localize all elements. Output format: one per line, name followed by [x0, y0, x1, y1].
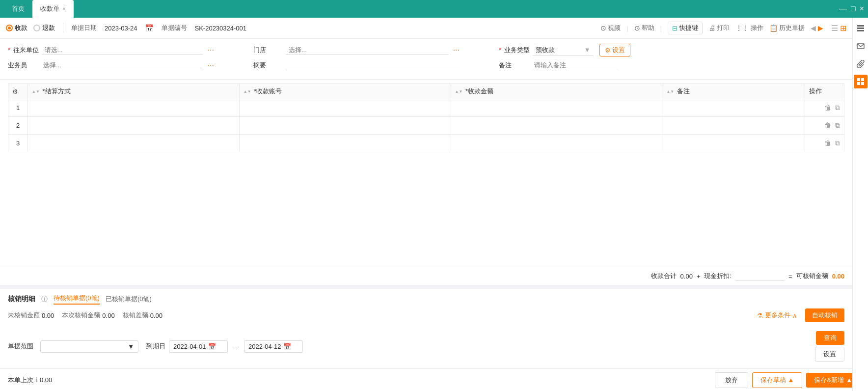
shortcut-label: 快捷键 [679, 24, 698, 32]
cell-note-3[interactable] [662, 135, 805, 152]
due-date-to-input[interactable]: 2022-04-12 📅 [244, 340, 303, 353]
col-note: ▲▼ 备注 [662, 84, 805, 99]
video-btn[interactable]: ⊙ 视频 [600, 24, 621, 32]
discount-label: 现金折扣: [704, 272, 732, 280]
business-type-label: * 业务类型 [499, 46, 530, 55]
copy-row-3-btn[interactable]: ⧉ [835, 139, 840, 147]
help-btn[interactable]: ⊙ 帮助 [634, 24, 654, 32]
history-btn[interactable]: 📋 历史单据 [769, 24, 805, 32]
col-settings[interactable]: ⚙ [8, 84, 28, 99]
svg-rect-0 [857, 25, 864, 27]
cell-account-1[interactable] [239, 99, 451, 117]
store-input[interactable] [286, 45, 448, 55]
sidebar-attach-icon[interactable] [854, 57, 868, 71]
due-date-from-input[interactable]: 2022-04-01 📅 [169, 340, 228, 353]
cell-actions-1: 🗑 ⧉ [805, 99, 844, 117]
notes-input[interactable] [531, 60, 620, 70]
window-minimize-btn[interactable]: — [839, 4, 847, 13]
window-close-btn[interactable]: × [860, 4, 864, 13]
save-draft-label: 保存草稿 [760, 376, 786, 385]
reconcile-info-icon[interactable]: ⓘ [41, 295, 48, 304]
done-tab[interactable]: 已核销单据(0笔) [106, 295, 152, 304]
pending-tab[interactable]: 待核销单据(0笔) [54, 294, 100, 305]
copy-row-1-btn[interactable]: ⧉ [835, 104, 840, 112]
list-view-icon[interactable]: ☰ [831, 24, 838, 33]
view-icons: ☰ ⊞ [829, 24, 846, 33]
query-btn[interactable]: 查询 [816, 331, 844, 345]
reconcile-title: 核销明细 [8, 295, 35, 304]
cell-pay-method-2[interactable] [28, 117, 240, 135]
more-conditions-btn[interactable]: ⚗ 更多条件 ∧ [757, 311, 797, 320]
delete-row-3-btn[interactable]: 🗑 [824, 139, 831, 147]
cell-pay-method-3[interactable] [28, 135, 240, 152]
cell-account-2[interactable] [239, 117, 451, 135]
cell-amount-3[interactable] [451, 135, 662, 152]
calendar-from-icon: 📅 [208, 343, 216, 350]
cell-pay-method-1[interactable] [28, 99, 240, 117]
uncleared-value: 0.00 [42, 312, 54, 319]
uncleared-stat: 未核销金额 0.00 [8, 311, 54, 320]
sidebar-expand-icon[interactable] [854, 75, 868, 88]
more-conditions-arrow: ∧ [792, 312, 797, 319]
cell-amount-1[interactable] [451, 99, 662, 117]
current-value: 0.00 [102, 312, 114, 319]
sidebar-table-icon[interactable] [854, 22, 868, 35]
tab-bar: 首页 收款单 × — □ × [0, 0, 868, 18]
copy-row-2-btn[interactable]: ⧉ [835, 121, 840, 129]
sidebar-email-icon[interactable] [854, 39, 868, 53]
save-draft-btn[interactable]: 保存草稿 ▲ [752, 372, 803, 388]
cell-note-2[interactable] [662, 117, 805, 135]
date-separator: — [233, 343, 239, 350]
delete-row-2-btn[interactable]: 🗑 [824, 121, 831, 129]
more-conditions-label: 更多条件 [765, 311, 790, 320]
discount-input[interactable] [735, 271, 785, 281]
print-btn[interactable]: 🖨 打印 [708, 24, 730, 32]
current-stat: 本次核销金额 0.00 [62, 311, 114, 320]
store-more-btn[interactable]: ··· [453, 46, 460, 55]
col-pay-method: ▲▼ *结算方式 [28, 84, 240, 99]
help-icon: ⊙ [634, 24, 640, 32]
window-maximize-btn[interactable]: □ [851, 4, 856, 13]
receipt-type-group: 收款 退款 [6, 24, 55, 32]
operation-btn[interactable]: ⋮⋮ 操作 [735, 24, 763, 32]
calendar-icon[interactable]: 📅 [145, 24, 154, 32]
counterparty-input[interactable] [42, 45, 203, 55]
delete-row-1-btn[interactable]: 🗑 [824, 104, 831, 112]
radio-refund-label: 退款 [42, 24, 55, 32]
cell-note-1[interactable] [662, 99, 805, 117]
nav-next-btn[interactable]: ▶ [818, 24, 823, 32]
collect-total-value: 0.00 [680, 273, 693, 280]
salesman-input[interactable] [40, 60, 203, 70]
row-num-2: 2 [8, 117, 28, 135]
settings-btn[interactable]: ⚙ 设置 [599, 44, 630, 56]
business-type-select[interactable]: 预收款 ▼ [533, 45, 594, 56]
radio-refund[interactable]: 退款 [33, 24, 55, 32]
sort-account: ▲▼ [244, 90, 251, 94]
save-new-label: 保存&新增 [814, 376, 844, 385]
form-row-1: * 往来单位 ··· 门店 ··· * 业务类型 预 [8, 44, 844, 56]
auto-reconcile-btn[interactable]: 自动核销 [805, 308, 844, 322]
grid-view-icon[interactable]: ⊞ [840, 24, 846, 33]
collect-total-label: 收款合计 [651, 272, 677, 280]
radio-collect[interactable]: 收款 [6, 24, 27, 32]
range-select[interactable]: ▼ [40, 340, 138, 353]
bottom-info: 本单上次 ℹ 0.00 [8, 376, 52, 385]
current-label: 本次核销金额 [62, 311, 100, 320]
cell-account-3[interactable] [239, 135, 451, 152]
cell-amount-2[interactable] [451, 117, 662, 135]
nav-prev-btn[interactable]: ◀ [811, 24, 816, 32]
shortcut-btn[interactable]: ⊟ 快捷键 [668, 22, 703, 34]
tab-home[interactable]: 首页 [4, 0, 32, 18]
tab-close-btn[interactable]: × [62, 0, 66, 18]
summary-input[interactable] [286, 60, 460, 70]
discard-btn[interactable]: 放弃 [715, 372, 748, 388]
counterparty-more-btn[interactable]: ··· [208, 46, 214, 55]
detail-settings-btn[interactable]: 设置 [815, 347, 844, 362]
business-type-arrow: ▼ [584, 46, 591, 54]
table-row: 1 🗑 ⧉ [8, 99, 844, 117]
tab-active[interactable]: 收款单 × [32, 0, 74, 18]
range-label: 单据范围 [8, 342, 37, 351]
code-label: 单据编号 [162, 24, 187, 32]
salesman-more-btn[interactable]: ··· [208, 61, 214, 70]
bottom-bar: 本单上次 ℹ 0.00 放弃 保存草稿 ▲ 保存&新增 ▲ [0, 368, 868, 391]
